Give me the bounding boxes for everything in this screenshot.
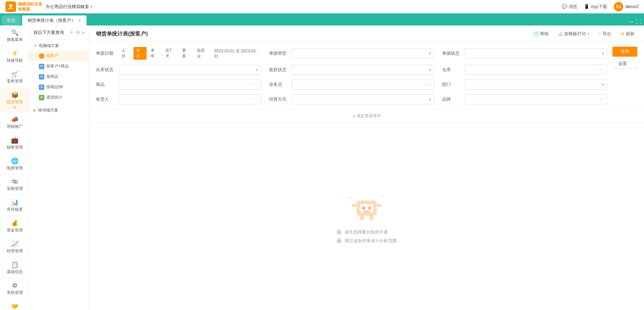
export-btn[interactable]: ↑ 导出 — [596, 30, 614, 38]
sidebar-item-ecommerce[interactable]: 🌐 电商管理 — [0, 154, 29, 175]
filter-field-settlement: 结算方式 ▾ — [269, 94, 434, 104]
sidebar-item-purchase[interactable]: 🛍 采购管理 — [0, 175, 29, 195]
date-tab-last-month[interactable]: 上月 — [119, 47, 132, 60]
message-label: 消息 — [569, 4, 577, 10]
desktop-group-arrow: ▼ — [34, 44, 37, 48]
marketing-icon: 📣 — [1, 116, 28, 123]
date-tab-last-7-days[interactable]: 近7天 — [163, 47, 178, 60]
scheme-item-by-product-99[interactable]: 格 按商品99 — [30, 82, 89, 92]
order-type-dropdown[interactable]: ▾ — [292, 48, 434, 58]
date-tabs: 上月 本月 本年 近7天 更多 自定义 — [119, 47, 211, 60]
scheme-panel-actions: ＋ ⟳ « — [69, 29, 85, 36]
maximize-icon[interactable]: ⛶ — [636, 19, 641, 24]
svg-text:✦: ✦ — [380, 194, 383, 198]
date-tab-more[interactable]: 更多 — [179, 47, 193, 60]
scheme-item-return-stats[interactable]: 图 退货统计 — [30, 92, 89, 103]
sidebar-item-basic-info[interactable]: 📋 基础信息 — [0, 258, 29, 278]
message-action[interactable]: 💬 消息 — [562, 4, 577, 10]
ecommerce-icon: 🌐 — [1, 157, 28, 165]
date-tab-custom[interactable]: 自定义 — [194, 47, 211, 60]
scheme-refresh-btn[interactable]: ⟳ — [76, 30, 80, 35]
sidebar-item-sales-mgmt[interactable]: 💼 销售管理 — [0, 133, 29, 154]
recipient-dots-icon: ··· — [252, 96, 258, 102]
sidebar-item-system[interactable]: ⚙ 系统管理 — [0, 278, 29, 299]
filter-field-department: 部门 ▾ — [442, 80, 607, 90]
product-multiselect[interactable]: ··· — [119, 80, 261, 90]
department-dropdown[interactable]: ▾ — [465, 80, 607, 90]
sidebar-item-retail[interactable]: 🛒 零售管理 — [0, 67, 29, 88]
query-button[interactable]: 查询 — [612, 47, 637, 57]
scheme-collapse-btn[interactable]: « — [82, 30, 85, 35]
user-avatar-area[interactable]: Ea demo2 — [614, 2, 639, 11]
sidebar: 🔍 搜索菜单 ⚡ 快捷导航 🛒 零售管理 📦 批发管理 ▲ 📣 营销推广 💼 销… — [0, 25, 30, 310]
print-icon: 🖨 — [558, 31, 563, 37]
order-date-label: 单据日期 — [96, 50, 116, 56]
page-header: 销货单统计表(按客户) ? 帮助 🖨 按模板打印 ▾ ↑ 导出 ⟳ 刷新 — [89, 25, 644, 42]
scheme-add-btn[interactable]: ＋ — [69, 29, 74, 36]
app-selector[interactable]: 办公用品行业模拟账套 ▾ — [46, 4, 93, 10]
date-tab-this-year[interactable]: 本年 — [148, 47, 161, 60]
tip-text-1: 请先选择要分析的方案 — [344, 229, 388, 235]
finance-icon: 💰 — [1, 219, 28, 227]
print-dropdown-icon: ▾ — [587, 32, 589, 36]
salesperson-label: 业务员 — [269, 82, 289, 88]
scheme-item-by-product[interactable]: 格 按商品 — [30, 71, 89, 82]
header-right: 💬 消息 📱 App下载 Ea demo2 — [562, 2, 639, 11]
product-dots-icon: ··· — [252, 82, 258, 88]
brand-multiselect[interactable]: ··· — [465, 94, 607, 104]
warehouse-multiselect[interactable]: ··· — [465, 65, 607, 75]
app-download-icon: 📱 — [584, 4, 589, 9]
tab-close-icon[interactable]: ✕ — [78, 19, 81, 22]
setting-button[interactable]: 设置 — [612, 59, 637, 69]
date-tab-this-month[interactable]: 本月 — [133, 47, 147, 60]
refresh-btn[interactable]: ⟳ 刷新 — [618, 30, 637, 38]
app-download-action[interactable]: 📱 App下载 — [584, 4, 607, 10]
empty-tip-1: ① 请先选择要分析的方案 — [336, 229, 397, 235]
sidebar-item-operations[interactable]: 📈 经营管理 — [0, 237, 29, 258]
scheme-group-mobile-header[interactable]: ▶ 移动端方案 — [30, 105, 89, 115]
salesperson-multiselect[interactable]: ··· — [292, 80, 434, 90]
sidebar-item-marketing[interactable]: 📣 营销推广 — [0, 112, 29, 133]
order-type-label: 单据类型 — [269, 50, 289, 56]
filter-row-4: 收货人 ··· 结算方式 ▾ — [96, 94, 607, 104]
help-btn[interactable]: ? 帮助 — [531, 30, 551, 38]
svg-point-0 — [9, 4, 12, 7]
order-status-dropdown[interactable]: ▾ — [465, 48, 607, 58]
collapse-button[interactable]: ∧ 收起更多条件 — [348, 112, 385, 120]
sidebar-item-search[interactable]: 🔍 搜索菜单 — [0, 25, 29, 46]
username-label: demo2 — [625, 4, 639, 9]
print-btn[interactable]: 🖨 按模板打印 ▾ — [555, 30, 592, 38]
filter-row-3: 商品 ··· 业务员 ··· — [96, 80, 607, 90]
filter-field-order-status: 单据状态 ▾ — [442, 48, 607, 58]
receipt-status-dropdown[interactable]: ▾ — [292, 65, 434, 75]
out-status-dropdown[interactable]: ▾ — [119, 65, 261, 75]
tab-home[interactable]: 首页 — [1, 15, 21, 25]
purchase-icon: 🛍 — [1, 178, 28, 185]
tab-sales-stat-label: 销货单统计表（按客户） — [28, 17, 75, 23]
help-icon: ? — [534, 32, 539, 36]
scheme-item-by-customer[interactable]: 人 按客户 — [30, 51, 89, 61]
sidebar-item-finance[interactable]: 💰 资金管理 — [0, 216, 29, 237]
content-area: 销货单统计表(按客户) ? 帮助 🖨 按模板打印 ▾ ↑ 导出 ⟳ 刷新 — [89, 25, 644, 310]
svg-point-3 — [362, 207, 365, 209]
collapse-label: 收起更多条件 — [357, 113, 381, 119]
settlement-dropdown[interactable]: ▾ — [292, 94, 434, 104]
order-status-caret-icon: ▾ — [602, 51, 604, 56]
app-download-label: App下载 — [591, 4, 607, 10]
filter-field-recipient: 收货人 ··· — [96, 94, 261, 104]
scheme-item-by-customer-product[interactable]: 格 按客户+商品 — [30, 61, 89, 71]
scheme-group-desktop-header[interactable]: ▼ 电脑端方案 — [30, 41, 89, 51]
sidebar-item-enterprise[interactable]: 🤝 企业协同 — [0, 299, 29, 310]
out-status-caret-icon: ▾ — [256, 68, 258, 72]
minimize-icon[interactable]: ─ — [630, 19, 633, 24]
sidebar-item-inventory[interactable]: 📊 库存核算 — [0, 195, 29, 216]
enterprise-icon: 🤝 — [1, 303, 28, 310]
tab-sales-stat[interactable]: 销货单统计表（按客户） ✕ — [22, 15, 87, 25]
filter-btn-group: 查询 设置 — [612, 47, 637, 104]
sidebar-item-quick-nav[interactable]: ⚡ 快捷导航 — [0, 46, 29, 67]
empty-tip-2: ② 用过滤条件来缩小分析范围 — [336, 238, 397, 244]
by-product-99-label: 按商品99 — [46, 84, 63, 90]
quick-nav-icon: ⚡ — [1, 50, 28, 57]
sidebar-item-wholesale[interactable]: 📦 批发管理 ▲ — [0, 88, 29, 112]
recipient-multiselect[interactable]: ··· — [119, 94, 261, 104]
